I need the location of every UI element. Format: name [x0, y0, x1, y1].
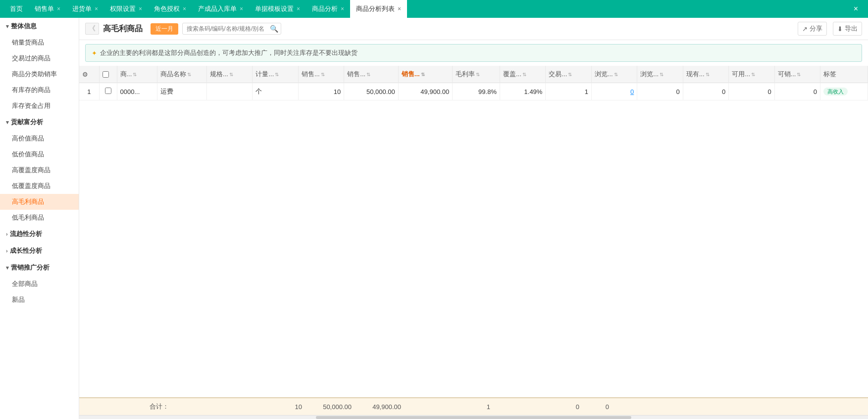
col-unit[interactable]: 计量...⇅ — [253, 66, 298, 83]
footer-sale-amt: 50,000.00 — [305, 403, 355, 411]
top-nav: 首页 销售单 × 进货单 × 权限设置 × 角色授权 × 产成品入库单 × 单据… — [0, 0, 868, 18]
col-sale-profit[interactable]: 销售...⇅ — [398, 66, 452, 83]
table-container[interactable]: ⚙ 商...⇅ 商品名称⇅ 规格...⇅ — [79, 66, 868, 397]
data-table: ⚙ 商...⇅ 商品名称⇅ 规格...⇅ — [79, 66, 868, 100]
sidebar-item-low-margin[interactable]: 低毛利商品 — [0, 210, 79, 226]
nav-item-home[interactable]: 首页 — [4, 0, 29, 18]
sidebar-item-in-stock[interactable]: 有库存的商品 — [0, 82, 79, 98]
export-button[interactable]: ⬇ 导出 — [833, 22, 862, 36]
cell-available: 0 — [729, 83, 774, 100]
col-browse1[interactable]: 浏览...⇅ — [591, 66, 637, 83]
nav-item-role[interactable]: 角色授权 × — [148, 0, 192, 18]
arrow-icon-3: › — [6, 231, 8, 237]
col-code[interactable]: 商...⇅ — [117, 66, 157, 83]
nav-item-analysis[interactable]: 商品分析 × — [306, 0, 350, 18]
footer-label: 合计： — [147, 402, 206, 411]
col-name[interactable]: 商品名称⇅ — [157, 66, 207, 83]
footer-current: 0 — [553, 403, 582, 411]
col-browse2[interactable]: 浏览...⇅ — [637, 66, 683, 83]
star-icon: ✦ — [92, 49, 97, 57]
nav-item-product[interactable]: 产成品入库单 × — [192, 0, 249, 18]
col-current[interactable]: 现有...⇅ — [683, 66, 728, 83]
nav-item-analysis-list[interactable]: 商品分析列表 × — [350, 0, 407, 18]
share-button[interactable]: ↗ 分享 — [798, 22, 827, 36]
arrow-icon-2: ▾ — [6, 119, 9, 126]
close-template-tab[interactable]: × — [297, 5, 300, 12]
share-icon: ↗ — [802, 25, 808, 33]
footer-trade: 1 — [463, 403, 493, 411]
sidebar-item-stock-capital[interactable]: 库存资金占用 — [0, 98, 79, 114]
content-area: 《 高毛利商品 近一月 🔍 ↗ 分享 ⬇ 导出 ✦ 企业的主要的利润都是这部分商… — [79, 18, 868, 419]
table-header-row: ⚙ 商...⇅ 商品名称⇅ 规格...⇅ — [79, 66, 868, 83]
sidebar-item-sales-goods[interactable]: 销量货商品 — [0, 35, 79, 50]
close-sales-tab[interactable]: × — [57, 5, 60, 12]
export-icon: ⬇ — [837, 25, 843, 33]
search-icon[interactable]: 🔍 — [270, 25, 278, 33]
cell-sale-qty: 10 — [298, 83, 344, 100]
close-product-tab[interactable]: × — [240, 5, 243, 12]
footer-sale-profit: 49,900.00 — [355, 403, 404, 411]
cell-browse1[interactable]: 0 — [591, 83, 637, 100]
sidebar-item-high-margin[interactable]: 高毛利商品 — [0, 194, 79, 210]
footer-row: 合计： 10 50,000.00 49,900.00 1 0 0 — [79, 397, 868, 415]
window-close-button[interactable]: × — [848, 4, 864, 13]
nav-item-sales[interactable]: 销售单 × — [29, 0, 66, 18]
col-trade[interactable]: 交易...⇅ — [546, 66, 591, 83]
col-saleable[interactable]: 可销...⇅ — [774, 66, 820, 83]
close-role-tab[interactable]: × — [183, 5, 186, 12]
close-permission-tab[interactable]: × — [139, 5, 142, 12]
tag-badge: 高收入 — [823, 88, 848, 95]
col-spec[interactable]: 规格...⇅ — [207, 66, 253, 83]
col-gross-rate[interactable]: 毛利率⇅ — [453, 66, 500, 83]
sidebar-item-low-value[interactable]: 低价值商品 — [0, 146, 79, 162]
col-available[interactable]: 可用...⇅ — [729, 66, 774, 83]
page-title: 高毛利商品 — [103, 24, 143, 34]
row-checkbox[interactable] — [105, 88, 111, 94]
sidebar-group-contribution[interactable]: ▾ 贡献富分析 — [0, 114, 79, 131]
cell-current: 0 — [683, 83, 728, 100]
sidebar-group-overall[interactable]: ▾ 整体信息 — [0, 18, 79, 35]
cell-coverage: 1.49% — [500, 83, 545, 100]
sidebar-group-trend[interactable]: › 流趋性分析 — [0, 226, 79, 242]
nav-item-purchase[interactable]: 进货单 × — [66, 0, 104, 18]
cell-code: 0000... — [117, 83, 157, 100]
sidebar-item-category-rate[interactable]: 商品分类助销率 — [0, 66, 79, 82]
cell-browse2: 0 — [637, 83, 683, 100]
footer-sale-qty: 10 — [275, 403, 305, 411]
sidebar-item-low-coverage[interactable]: 低覆盖度商品 — [0, 178, 79, 194]
cell-unit: 个 — [253, 83, 298, 100]
col-sale-qty[interactable]: 销售...⇅ — [298, 66, 344, 83]
nav-item-permission[interactable]: 权限设置 × — [104, 0, 148, 18]
sidebar-collapse-button[interactable]: 《 — [85, 23, 99, 35]
sidebar-group-marketing[interactable]: ▾ 营销推广分析 — [0, 259, 79, 276]
cell-sale-profit: 49,900.00 — [398, 83, 452, 100]
arrow-icon: ▾ — [6, 23, 9, 30]
content-header: 《 高毛利商品 近一月 🔍 ↗ 分享 ⬇ 导出 — [79, 18, 868, 40]
close-purchase-tab[interactable]: × — [95, 5, 98, 12]
sidebar-item-all-goods[interactable]: 全部商品 — [0, 276, 79, 292]
col-checkbox[interactable] — [99, 66, 117, 83]
select-all-checkbox[interactable] — [102, 71, 109, 78]
table-row: 1 0000... 运费 个 10 50,000.00 49,900.00 99… — [79, 83, 868, 100]
col-tag[interactable]: 标签 — [820, 66, 868, 83]
main-layout: ▾ 整体信息 销量货商品 交易过的商品 商品分类助销率 有库存的商品 库存资金占… — [0, 18, 868, 419]
nav-item-template[interactable]: 单据模板设置 × — [249, 0, 306, 18]
search-input[interactable] — [182, 23, 281, 35]
cell-checkbox[interactable] — [99, 83, 117, 100]
cell-spec — [207, 83, 253, 100]
info-banner: ✦ 企业的主要的利润都是这部分商品创造的，可考虑加大推广，同时关注库存是不要出现… — [85, 44, 862, 62]
close-analysis-list-tab[interactable]: × — [398, 5, 401, 12]
cell-tag: 高收入 — [820, 83, 868, 100]
sidebar: ▾ 整体信息 销量货商品 交易过的商品 商品分类助销率 有库存的商品 库存资金占… — [0, 18, 79, 419]
sidebar-item-new-goods[interactable]: 新品 — [0, 292, 79, 308]
sidebar-group-growth[interactable]: › 成长性分析 — [0, 242, 79, 259]
col-settings[interactable]: ⚙ — [79, 66, 99, 83]
sidebar-item-traded-goods[interactable]: 交易过的商品 — [0, 50, 79, 66]
sidebar-item-high-coverage[interactable]: 高覆盖度商品 — [0, 162, 79, 178]
cell-saleable: 0 — [774, 83, 820, 100]
date-filter-button[interactable]: 近一月 — [151, 23, 178, 35]
col-sale-amt[interactable]: 销售...⇅ — [344, 66, 398, 83]
sidebar-item-high-value[interactable]: 高价值商品 — [0, 131, 79, 146]
col-coverage[interactable]: 覆盖...⇅ — [500, 66, 545, 83]
close-analysis-tab[interactable]: × — [341, 5, 344, 12]
